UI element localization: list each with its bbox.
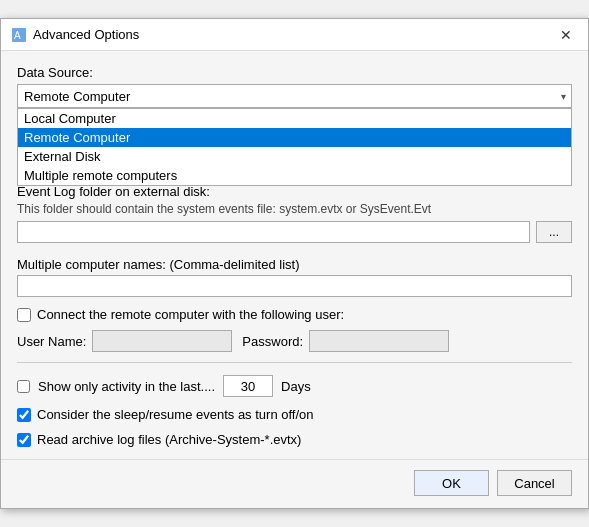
days-input[interactable] — [223, 375, 273, 397]
sleep-resume-checkbox[interactable] — [17, 408, 31, 422]
title-bar: A Advanced Options ✕ — [1, 19, 588, 51]
show-activity-checkbox[interactable] — [17, 380, 30, 393]
event-log-section: Event Log folder on external disk: This … — [17, 184, 572, 243]
days-label: Days — [281, 379, 311, 394]
svg-text:A: A — [14, 30, 21, 41]
button-row: OK Cancel — [1, 459, 588, 508]
read-archive-checkbox[interactable] — [17, 433, 31, 447]
advanced-options-dialog: A Advanced Options ✕ Data Source: Local … — [0, 18, 589, 509]
dropdown-item-multiple[interactable]: Multiple remote computers — [18, 166, 571, 185]
event-log-input[interactable] — [17, 221, 530, 243]
show-activity-label: Show only activity in the last.... — [38, 379, 215, 394]
browse-button[interactable]: ... — [536, 221, 572, 243]
connect-remote-label: Connect the remote computer with the fol… — [37, 307, 344, 322]
dialog-title: Advanced Options — [33, 27, 139, 42]
dropdown-list: Local Computer Remote Computer External … — [17, 108, 572, 186]
connect-remote-checkbox[interactable] — [17, 308, 31, 322]
cancel-button[interactable]: Cancel — [497, 470, 572, 496]
multiple-computers-section: Multiple computer names: (Comma-delimite… — [17, 257, 572, 297]
sleep-resume-label: Consider the sleep/resume events as turn… — [37, 407, 314, 422]
data-source-dropdown[interactable]: Local ComputerRemote ComputerExternal Di… — [17, 84, 572, 108]
username-label: User Name: — [17, 334, 86, 349]
dropdown-item-remote[interactable]: Remote Computer — [18, 128, 571, 147]
username-input[interactable] — [92, 330, 232, 352]
username-group: User Name: — [17, 330, 232, 352]
read-archive-label: Read archive log files (Archive-System-*… — [37, 432, 301, 447]
title-bar-left: A Advanced Options — [11, 27, 139, 43]
dropdown-item-local[interactable]: Local Computer — [18, 109, 571, 128]
event-log-input-row: ... — [17, 221, 572, 243]
dialog-content: Data Source: Local ComputerRemote Comput… — [1, 51, 588, 459]
data-source-label: Data Source: — [17, 65, 572, 80]
show-activity-row: Show only activity in the last.... Days — [17, 375, 572, 397]
multiple-computers-input[interactable] — [17, 275, 572, 297]
user-pass-row: User Name: Password: — [17, 330, 572, 352]
divider — [17, 362, 572, 363]
event-log-label: Event Log folder on external disk: — [17, 184, 572, 199]
password-group: Password: — [242, 330, 449, 352]
connect-remote-row: Connect the remote computer with the fol… — [17, 307, 572, 322]
dropdown-item-external[interactable]: External Disk — [18, 147, 571, 166]
data-source-wrapper: Local ComputerRemote ComputerExternal Di… — [17, 84, 572, 108]
password-input[interactable] — [309, 330, 449, 352]
sleep-resume-row: Consider the sleep/resume events as turn… — [17, 407, 572, 422]
event-log-sublabel: This folder should contain the system ev… — [17, 202, 572, 216]
multiple-computers-label: Multiple computer names: (Comma-delimite… — [17, 257, 572, 272]
close-button[interactable]: ✕ — [554, 23, 578, 47]
password-label: Password: — [242, 334, 303, 349]
ok-button[interactable]: OK — [414, 470, 489, 496]
read-archive-row: Read archive log files (Archive-System-*… — [17, 432, 572, 447]
app-icon: A — [11, 27, 27, 43]
